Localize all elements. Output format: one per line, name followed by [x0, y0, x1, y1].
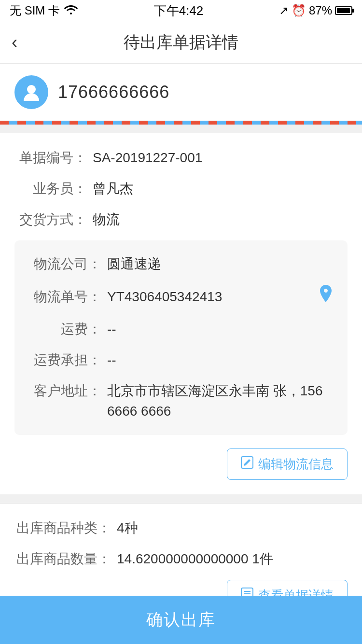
status-left: 无 SIM 卡	[10, 3, 78, 18]
delivery-value: 物流	[93, 210, 348, 230]
location-status-icon: ↗	[279, 4, 289, 17]
salesperson-label: 业务员：	[14, 179, 87, 199]
bottom-area: 确认出库	[0, 596, 362, 644]
battery-text: 87%	[309, 4, 332, 17]
delivery-label: 交货方式：	[14, 210, 87, 230]
content-wrapper: 17666666666 单据编号： SA-20191227-001 业务员： 曾…	[0, 64, 362, 644]
tracking-value: YT4306405342413	[107, 287, 312, 307]
wifi-icon	[64, 4, 78, 17]
carrier-text: 无 SIM 卡	[10, 3, 60, 18]
freight-bear-label: 运费承担：	[29, 350, 101, 370]
quantity-label: 出库商品数量：	[14, 549, 111, 569]
freight-value: --	[107, 319, 333, 339]
freight-bear-value: --	[107, 350, 333, 370]
edit-btn-row: 编辑物流信息	[14, 448, 348, 480]
order-info-section: 单据编号： SA-20191227-001 业务员： 曾凡杰 交货方式： 物流 …	[0, 133, 362, 494]
salesperson-row: 业务员： 曾凡杰	[14, 179, 348, 199]
address-value: 北京市市辖区海淀区永丰南 张，156 6666 6666	[107, 381, 333, 421]
address-row: 客户地址： 北京市市辖区海淀区永丰南 张，156 6666 6666	[29, 381, 333, 421]
svg-point-0	[27, 85, 36, 94]
logistics-company-label: 物流公司：	[29, 254, 101, 274]
salesperson-value: 曾凡杰	[93, 179, 348, 199]
avatar	[14, 75, 48, 109]
tracking-row: 物流单号： YT4306405342413	[29, 285, 333, 308]
freight-label: 运费：	[29, 319, 101, 339]
tracking-label: 物流单号：	[29, 287, 101, 307]
battery-icon	[335, 6, 352, 15]
delivery-row: 交货方式： 物流	[14, 210, 348, 230]
status-time: 下午4:42	[154, 2, 204, 19]
section-gap-1	[0, 494, 362, 503]
address-label: 客户地址：	[29, 381, 101, 401]
edit-logistics-button[interactable]: 编辑物流信息	[227, 448, 348, 480]
confirm-btn-label: 确认出库	[146, 609, 216, 631]
logistics-card: 物流公司： 圆通速递 物流单号： YT4306405342413 运费： -- …	[14, 240, 348, 435]
customer-phone: 17666666666	[58, 82, 169, 102]
customer-header: 17666666666	[0, 64, 362, 121]
logistics-company-row: 物流公司： 圆通速递	[29, 254, 333, 274]
type-value: 4种	[117, 518, 348, 538]
map-pin-icon[interactable]	[319, 285, 333, 308]
edit-logistics-label: 编辑物流信息	[258, 456, 334, 473]
dashed-divider	[0, 121, 362, 125]
order-no-value: SA-20191227-001	[93, 148, 348, 168]
status-bar: 无 SIM 卡 下午4:42 ↗ ⏰ 87%	[0, 0, 362, 21]
nav-bar: ‹ 待出库单据详情	[0, 21, 362, 64]
type-label: 出库商品种类：	[14, 518, 111, 538]
freight-row: 运费： --	[29, 319, 333, 339]
nav-title: 待出库单据详情	[124, 31, 238, 54]
freight-bear-row: 运费承担： --	[29, 350, 333, 370]
order-no-label: 单据编号：	[14, 148, 87, 168]
confirm-outbound-button[interactable]: 确认出库	[0, 596, 362, 644]
status-right: ↗ ⏰ 87%	[279, 4, 352, 17]
back-button[interactable]: ‹	[12, 32, 17, 53]
edit-icon	[241, 456, 253, 472]
quantity-value: 14.620000000000000 1件	[117, 549, 348, 569]
order-no-row: 单据编号： SA-20191227-001	[14, 148, 348, 168]
type-row: 出库商品种类： 4种	[14, 518, 348, 538]
logistics-company-value: 圆通速递	[107, 254, 333, 274]
quantity-row: 出库商品数量： 14.620000000000000 1件	[14, 549, 348, 569]
alarm-icon: ⏰	[292, 4, 306, 17]
